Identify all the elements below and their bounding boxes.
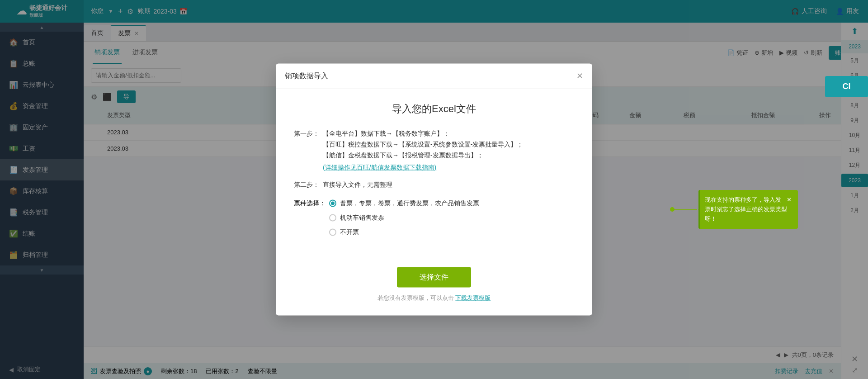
- modal-main-title: 导入您的Excel文件: [294, 102, 574, 116]
- ticket-type-group: 票种选择： 普票，专票，卷票，通行费发票，农产品销售发票 机动车销售发票: [294, 199, 574, 242]
- step2-row: 第二步： 直接导入文件，无需整理: [294, 180, 574, 190]
- step2-label: 第二步：: [294, 180, 319, 190]
- tooltip-accent-bar: [698, 190, 700, 229]
- radio-option-2[interactable]: 不开票: [329, 228, 479, 236]
- modal-header: 销项数据导入 ✕: [276, 64, 592, 89]
- download-template-link[interactable]: 下载发票模版: [455, 294, 491, 301]
- radio-2-label: 不开票: [340, 228, 359, 236]
- radio-0-dot: [331, 201, 335, 205]
- avatar-text: CI: [843, 82, 851, 91]
- radio-option-1[interactable]: 机动车销售发票: [329, 213, 479, 222]
- radio-1-label: 机动车销售发票: [340, 213, 384, 222]
- step1-line1: 【全电平台】数据下载→【税务数字账户】；: [323, 128, 574, 139]
- radio-0-label: 普票，专票，卷票，通行费发票，农产品销售发票: [340, 199, 479, 207]
- step1-line2: 【百旺】税控盘数据下载→【系统设置-系统参数设置-发票批量导入】；: [323, 139, 574, 150]
- footer-tip-text: 若您没有发票模版，可以点击: [377, 294, 454, 301]
- step1-line3: 【航信】金税盘数据下载→【报税管理-发票数据导出】；: [323, 150, 574, 161]
- radio-option-0[interactable]: 普票，专票，卷票，通行费发票，农产品销售发票: [329, 199, 479, 207]
- tooltip-box: ✕ 现在支持的票种多了，导入发票时别忘了选择正确的发票类型呀！: [698, 190, 798, 229]
- svg-point-1: [670, 207, 675, 212]
- modal-close-icon[interactable]: ✕: [576, 71, 583, 81]
- radio-options: 普票，专票，卷票，通行费发票，农产品销售发票 机动车销售发票 不开票: [329, 199, 479, 242]
- import-modal: 销项数据导入 ✕ 导入您的Excel文件 第一步： 【全电平台】数据下载→【税务…: [276, 64, 592, 316]
- avatar-box: CI: [825, 76, 868, 97]
- ticket-type-row: 票种选择： 普票，专票，卷票，通行费发票，农产品销售发票 机动车销售发票: [294, 199, 574, 242]
- tooltip-area: ✕ 现在支持的票种多了，导入发票时别忘了选择正确的发票类型呀！: [672, 190, 798, 229]
- select-file-btn[interactable]: 选择文件: [397, 267, 471, 287]
- close-tooltip-icon[interactable]: ✕: [787, 195, 792, 205]
- modal-title: 销项数据导入: [285, 71, 328, 81]
- step1-row: 第一步： 【全电平台】数据下载→【税务数字账户】； 【百旺】税控盘数据下载→【系…: [294, 128, 574, 173]
- radio-1-circle: [329, 214, 336, 221]
- modal-body: 导入您的Excel文件 第一步： 【全电平台】数据下载→【税务数字账户】； 【百…: [276, 89, 592, 263]
- modal-footer: 选择文件 若您没有发票模版，可以点击 下载发票模版: [276, 262, 592, 315]
- step2-content: 直接导入文件，无需整理: [323, 180, 574, 190]
- radio-0-circle: [329, 199, 336, 207]
- tooltip-text: 现在支持的票种多了，导入发票时别忘了选择正确的发票类型呀！: [705, 196, 787, 222]
- ticket-label: 票种选择：: [294, 199, 326, 207]
- step1-content: 【全电平台】数据下载→【税务数字账户】； 【百旺】税控盘数据下载→【系统设置-系…: [323, 128, 574, 173]
- radio-2-circle: [329, 228, 336, 236]
- step1-guide-link[interactable]: (详细操作见百旺/航信发票数据下载指南): [323, 164, 436, 171]
- step1-label: 第一步：: [294, 128, 319, 173]
- footer-tip: 若您没有发票模版，可以点击 下载发票模版: [377, 294, 491, 302]
